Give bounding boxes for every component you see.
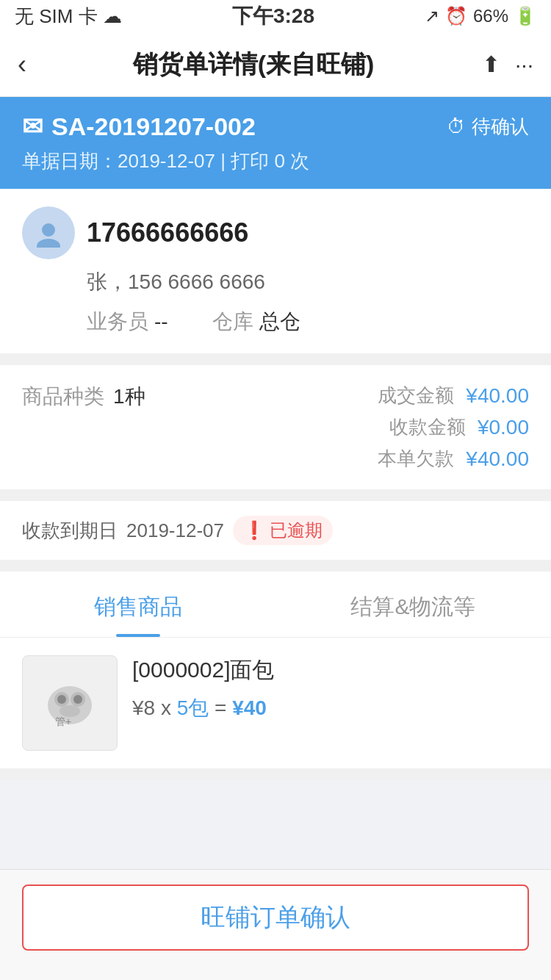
total-value: ¥40 [232, 696, 267, 719]
order-icon: ✉ [22, 112, 43, 141]
overdue-badge: ❗ 已逾期 [233, 516, 333, 545]
equals-sign: = [215, 696, 226, 719]
svg-point-6 [73, 695, 82, 704]
page-title: 销货单详情(来自旺铺) [62, 48, 445, 82]
bottom-area: 旺铺订单确认 [0, 869, 551, 980]
svg-point-0 [42, 223, 55, 237]
nav-bar: ‹ 销货单详情(来自旺铺) ⬆ ··· [0, 32, 551, 97]
amount-value-2: ¥40.00 [466, 447, 529, 471]
customer-top: 17666666666 [22, 206, 529, 259]
order-status: ⏱ 待确认 [447, 114, 529, 140]
amount-label-1: 收款金额 [389, 414, 466, 440]
price-unit: ¥8 [132, 696, 155, 719]
customer-meta: 业务员 -- 仓库 总仓 [87, 308, 529, 336]
product-info: [0000002]面包 ¥8 x 5包 = ¥40 [132, 655, 529, 722]
status-time: 下午3:28 [232, 2, 314, 30]
summary-section: 商品种类 1种 成交金额 ¥40.00 收款金额 ¥0.00 本单欠款 ¥40.… [0, 365, 551, 489]
sales-label: 业务员 [87, 308, 148, 336]
overdue-icon: ❗ [243, 520, 265, 541]
product-section: 管+ [0000002]面包 ¥8 x 5包 = ¥40 [0, 638, 551, 768]
summary-left: 商品种类 1种 [22, 383, 145, 411]
warehouse-value: 总仓 [259, 308, 300, 336]
confirm-button[interactable]: 旺铺订单确认 [22, 884, 529, 951]
sales-meta: 业务员 -- [87, 308, 168, 336]
order-id: ✉ SA-20191207-002 [22, 112, 256, 141]
amount-label-2: 本单欠款 [378, 446, 454, 472]
customer-name: 张，156 6666 6666 [87, 268, 529, 296]
warehouse-label: 仓库 [212, 308, 253, 336]
status-bar: 无 SIM 卡 ☁ 下午3:28 ↗ ⏰ 66% 🔋 [0, 0, 551, 32]
sim-status: 无 SIM 卡 ☁ [15, 4, 122, 29]
multiply-sign: x [161, 696, 171, 719]
due-date: 2019-12-07 [126, 519, 224, 542]
due-section: 收款到期日 2019-12-07 ❗ 已逾期 [0, 501, 551, 560]
tab-products-label: 销售商品 [94, 594, 182, 619]
amount-row-0: 成交金额 ¥40.00 [378, 383, 529, 408]
status-left: 无 SIM 卡 ☁ [15, 4, 122, 29]
confirm-button-label: 旺铺订单确认 [201, 901, 350, 934]
product-thumbnail: 管+ [22, 655, 118, 751]
product-price: ¥8 x 5包 = ¥40 [132, 694, 529, 722]
export-icon[interactable]: ⬆ [482, 51, 500, 77]
amount-row-1: 收款金额 ¥0.00 [378, 414, 529, 440]
status-clock-icon: ⏱ [447, 115, 466, 138]
tab-products[interactable]: 销售商品 [0, 572, 276, 637]
svg-text:管+: 管+ [55, 716, 71, 727]
tab-settlement-label: 结算&物流等 [350, 594, 475, 619]
summary-right: 成交金额 ¥40.00 收款金额 ¥0.00 本单欠款 ¥40.00 [378, 383, 529, 472]
more-icon[interactable]: ··· [515, 52, 533, 77]
overdue-text: 已逾期 [270, 519, 323, 542]
order-banner-top: ✉ SA-20191207-002 ⏱ 待确认 [22, 112, 529, 141]
tab-settlement[interactable]: 结算&物流等 [276, 572, 551, 637]
alarm-icon: ⏰ [445, 6, 467, 26]
order-status-text: 待确认 [472, 114, 529, 140]
amount-row-2: 本单欠款 ¥40.00 [378, 446, 529, 472]
amount-label-0: 成交金额 [378, 383, 454, 408]
battery-level: 66% [473, 6, 508, 26]
order-banner: ✉ SA-20191207-002 ⏱ 待确认 单据日期：2019-12-07 … [0, 97, 551, 189]
order-date: 单据日期：2019-12-07 | 打印 0 次 [22, 148, 529, 174]
back-button[interactable]: ‹ [18, 49, 62, 80]
location-icon: ↗ [425, 6, 439, 26]
amount-value-1: ¥0.00 [478, 416, 529, 439]
customer-section: 17666666666 张，156 6666 6666 业务员 -- 仓库 总仓 [0, 189, 551, 353]
svg-point-1 [37, 239, 60, 248]
sales-value: -- [154, 310, 168, 334]
avatar [22, 206, 75, 259]
warehouse-meta: 仓库 总仓 [212, 308, 300, 336]
order-id-text: SA-20191207-002 [51, 112, 256, 141]
tabs-section: 销售商品 结算&物流等 [0, 572, 551, 638]
status-right: ↗ ⏰ 66% 🔋 [425, 6, 536, 26]
svg-point-5 [57, 695, 66, 704]
type-label: 商品种类 [22, 383, 104, 411]
product-name: [0000002]面包 [132, 655, 529, 685]
amount-value-0: ¥40.00 [466, 384, 529, 408]
customer-phone: 17666666666 [87, 217, 248, 248]
qty-value: 5包 [177, 696, 209, 719]
battery-icon: 🔋 [514, 6, 536, 26]
due-label: 收款到期日 [22, 518, 118, 544]
nav-actions: ⬆ ··· [445, 51, 533, 77]
type-value: 1种 [113, 383, 145, 411]
